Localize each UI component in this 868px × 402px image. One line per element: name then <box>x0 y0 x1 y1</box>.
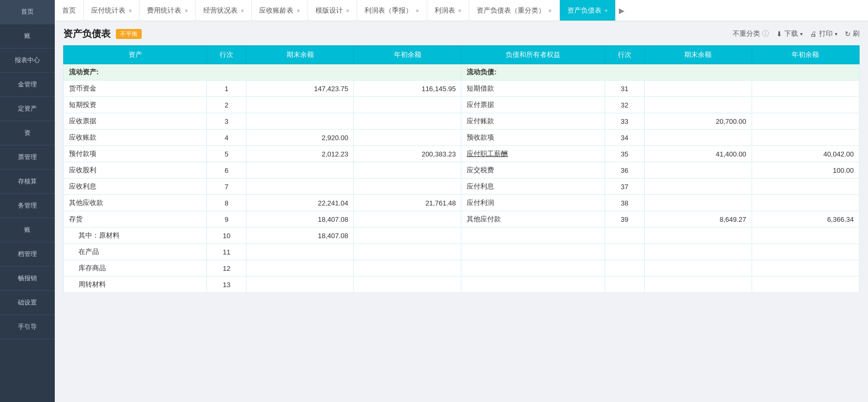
liability-name: 其他应付款 <box>461 211 605 228</box>
sidebar-item-report-center[interactable]: 报表中心 <box>0 48 55 73</box>
tab-bar: 首页 应付统计表 × 费用统计表 × 经营状况表 × 应收账龄表 × 模版设计 … <box>55 0 868 21</box>
liability-name: 预收款项 <box>461 130 605 146</box>
row-number2: 38 <box>605 195 644 211</box>
end-balance <box>246 162 354 179</box>
year-start-balance <box>354 211 461 228</box>
year-start-balance2 <box>752 260 859 277</box>
table-row: 其他应收款 8 22,241.04 21,761.48 应付利润 38 <box>64 195 860 211</box>
end-balance2: 41,400.00 <box>644 146 752 162</box>
end-balance2 <box>644 260 752 277</box>
close-tab-income-statement[interactable]: × <box>458 7 461 14</box>
refresh-icon: ↻ <box>845 30 851 38</box>
sidebar-item-investment[interactable]: 资 <box>0 121 55 145</box>
refresh-button[interactable]: ↻ 刷 <box>845 29 860 38</box>
sidebar-item-expense[interactable]: 畅报销 <box>0 267 55 291</box>
close-tab-expense-summary[interactable]: × <box>184 7 188 14</box>
tab-balance-sheet[interactable]: 资产负债表 × <box>560 0 616 21</box>
liability-name: 应付利息 <box>461 179 605 195</box>
tab-home[interactable]: 首页 <box>55 0 84 21</box>
liability-name <box>461 277 605 293</box>
tab-income-quarterly[interactable]: 利润表（季报） × <box>357 0 427 21</box>
sidebar-item-archive[interactable]: 档管理 <box>0 242 55 267</box>
sidebar-item-fund-management[interactable]: 金管理 <box>0 73 55 97</box>
row-number: 13 <box>207 277 246 293</box>
sidebar-item-guide[interactable]: 手引导 <box>0 315 55 339</box>
end-balance2 <box>644 228 752 244</box>
section-row: 流动资产: 流动负债: <box>64 64 860 81</box>
row-number2: 39 <box>605 211 644 228</box>
tab-balance-reclassify[interactable]: 资产负债表（重分类） × <box>469 0 559 21</box>
tab-expense-summary[interactable]: 费用统计表 × <box>140 0 195 21</box>
end-balance <box>246 244 354 260</box>
year-start-balance: 200,383.23 <box>354 146 461 162</box>
end-balance: 18,407.08 <box>246 211 354 228</box>
sidebar-item-ticket-management[interactable]: 票管理 <box>0 145 55 170</box>
row-number: 11 <box>207 244 246 260</box>
year-start-balance <box>354 130 461 146</box>
tab-income-statement[interactable]: 利润表 × <box>427 0 469 21</box>
liability-name <box>461 244 605 260</box>
liability-name: 应交税费 <box>461 162 605 179</box>
row-number2 <box>605 244 644 260</box>
close-tab-balance-reclassify[interactable]: × <box>548 7 551 14</box>
year-start-balance <box>354 228 461 244</box>
section-asset-label: 流动资产: <box>64 64 461 81</box>
sidebar-item-settings[interactable]: 础设置 <box>0 291 55 315</box>
liability-name <box>461 260 605 277</box>
tab-ar-aging[interactable]: 应收账龄表 × <box>252 0 308 21</box>
asset-name: 预付款项 <box>64 146 207 162</box>
table-row: 周转材料 13 <box>64 277 860 293</box>
header-year-start2: 年初余额 <box>752 46 859 64</box>
tab-business-status[interactable]: 经营状况表 × <box>196 0 252 21</box>
no-reclassify-option[interactable]: 不重分类 ⓘ <box>733 29 769 38</box>
end-balance <box>246 179 354 195</box>
header-row-num: 行次 <box>207 46 246 64</box>
header-actions: 不重分类 ⓘ ⬇ 下载 ▾ 🖨 打印 ▾ ↻ 刷 <box>733 29 860 38</box>
page-content: 资产负债表 不平衡 不重分类 ⓘ ⬇ 下载 ▾ 🖨 打印 ▾ <box>55 21 868 402</box>
end-balance2 <box>644 162 752 179</box>
asset-name: 其中：原材料 <box>64 228 207 244</box>
row-number2: 37 <box>605 179 644 195</box>
tab-ap-summary[interactable]: 应付统计表 × <box>84 0 140 21</box>
asset-name: 应收利息 <box>64 179 207 195</box>
sidebar-item-fixed-assets[interactable]: 定资产 <box>0 97 55 121</box>
balance-sheet-table: 资产 行次 期末余额 年初余额 负债和所有者权益 行次 期末余额 年初余额 流动… <box>63 45 860 293</box>
end-balance2 <box>644 81 752 97</box>
download-icon: ⬇ <box>776 30 782 38</box>
sidebar-item-home[interactable]: 首页 <box>0 0 55 24</box>
close-tab-ar-aging[interactable]: × <box>297 7 300 14</box>
tab-scroll-right[interactable]: ▶ <box>616 0 628 21</box>
close-tab-template-design[interactable]: × <box>346 7 349 14</box>
sidebar-item-account[interactable]: 账 <box>0 24 55 48</box>
row-number: 12 <box>207 260 246 277</box>
close-tab-business-status[interactable]: × <box>241 7 244 14</box>
row-number: 10 <box>207 228 246 244</box>
close-tab-ap-summary[interactable]: × <box>129 7 132 14</box>
sidebar-item-ledger[interactable]: 账 <box>0 218 55 242</box>
row-number: 3 <box>207 113 246 130</box>
end-balance2: 20,700.00 <box>644 113 752 130</box>
row-number2 <box>605 260 644 277</box>
table-row: 应收票据 3 应付账款 33 20,700.00 <box>64 113 860 130</box>
close-tab-income-quarterly[interactable]: × <box>416 7 419 14</box>
row-number: 1 <box>207 81 246 97</box>
asset-name: 应收票据 <box>64 113 207 130</box>
end-balance2 <box>644 130 752 146</box>
unbalanced-badge: 不平衡 <box>116 29 142 39</box>
sidebar-item-debt-management[interactable]: 务管理 <box>0 194 55 218</box>
help-icon[interactable]: ⓘ <box>762 29 769 38</box>
end-balance2 <box>644 277 752 293</box>
close-tab-balance-sheet[interactable]: × <box>605 7 608 14</box>
end-balance <box>246 260 354 277</box>
sidebar-item-inventory[interactable]: 存核算 <box>0 170 55 194</box>
tab-template-design[interactable]: 模版设计 × <box>308 0 357 21</box>
liability-name <box>461 228 605 244</box>
print-chevron-icon: ▾ <box>835 31 837 37</box>
download-button[interactable]: ⬇ 下载 ▾ <box>776 29 803 38</box>
print-button[interactable]: 🖨 打印 ▾ <box>810 29 837 38</box>
header-asset: 资产 <box>64 46 207 64</box>
end-balance2 <box>644 244 752 260</box>
year-start-balance <box>354 113 461 130</box>
asset-name: 短期投资 <box>64 97 207 113</box>
row-number: 6 <box>207 162 246 179</box>
